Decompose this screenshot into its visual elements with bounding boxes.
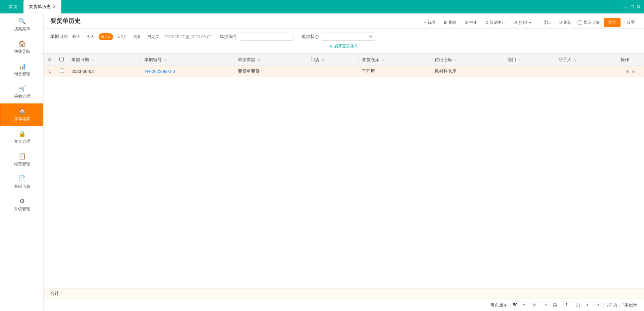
page-size-label: 每页显示 bbox=[490, 302, 508, 308]
bill-status-select[interactable] bbox=[322, 33, 375, 41]
col-department-sort-icon[interactable]: ⇅ bbox=[518, 58, 521, 62]
sidebar-item-sales-label: 销售管理 bbox=[14, 71, 30, 77]
sidebar-item-base-info[interactable]: 📄 基础信息 bbox=[0, 171, 43, 193]
row-pending-warehouse: 原材料仓库 bbox=[431, 66, 504, 77]
quick-nav-icon: 🏠 bbox=[18, 40, 26, 47]
row-index: 1 bbox=[44, 66, 56, 77]
new-button[interactable]: + 新增 bbox=[422, 18, 437, 27]
filter-row: 单据日期 昨天 今天 近7天 近1月 更多 自定义 2023-05-27 至 2… bbox=[50, 33, 637, 41]
col-checkbox bbox=[56, 54, 68, 66]
print-button[interactable]: 🖨 打印 ▼ bbox=[512, 18, 534, 27]
sidebar-item-purchase[interactable]: 🛒 采购管理 bbox=[0, 81, 43, 103]
page-label-before: 第 bbox=[553, 302, 557, 308]
settings-button[interactable]: 设置 bbox=[625, 18, 637, 27]
row-bill-no-link[interactable]: YH-20230602-0 bbox=[144, 69, 175, 74]
col-settings: ⚙ bbox=[44, 54, 56, 66]
select-all-checkbox[interactable] bbox=[59, 57, 64, 61]
pagination-bar: 每页显示 20 50 100 200 |< < 第 页 > >| 共1页，1条记… bbox=[44, 299, 644, 311]
col-pending-warehouse-sort-icon[interactable]: ⇅ bbox=[454, 58, 457, 62]
row-checkbox[interactable] bbox=[60, 69, 64, 73]
col-department-label: 部门 bbox=[507, 57, 516, 62]
table-row: 1 2023-06-02 YH-20230602-0 要货单要货 车间库 原材料… bbox=[44, 66, 644, 77]
col-date-sort-icon[interactable]: ⇅ bbox=[91, 58, 94, 62]
col-handler-sort-icon[interactable]: ⇅ bbox=[574, 58, 577, 62]
sidebar-item-system[interactable]: ⚙ 系统管理 bbox=[0, 193, 43, 216]
tab-home[interactable]: 首页 bbox=[3, 0, 23, 13]
col-handler-label: 经手人 bbox=[558, 57, 572, 62]
display-detail-checkbox[interactable] bbox=[578, 20, 582, 25]
delete-button[interactable]: 🗑 删除 bbox=[441, 18, 459, 27]
row-action-edit-icon[interactable]: ⊞ bbox=[626, 69, 630, 74]
finance-icon: 🔒 bbox=[18, 130, 26, 137]
export-button[interactable]: ↑ 导出 bbox=[538, 18, 553, 27]
col-bill-type-sort-icon[interactable]: ⇅ bbox=[258, 58, 260, 62]
sidebar-item-base-info-label: 基础信息 bbox=[14, 184, 30, 189]
inventory-icon: 🏠 bbox=[18, 107, 26, 115]
col-pending-warehouse: 待出仓库 ⇅ bbox=[431, 54, 504, 66]
page-size-select[interactable]: 20 50 100 200 bbox=[511, 302, 527, 308]
window-close[interactable]: ✕ bbox=[636, 4, 641, 10]
table-settings-icon[interactable]: ⚙ bbox=[47, 57, 52, 62]
row-bill-no: YH-20230602-0 bbox=[141, 66, 234, 77]
search-menu-icon: 🔍 bbox=[18, 17, 26, 25]
row-bill-type: 要货单要货 bbox=[234, 66, 307, 77]
col-store-label: 门店 bbox=[311, 57, 319, 62]
bill-number-input[interactable] bbox=[240, 33, 293, 41]
date-shortcut-more[interactable]: 更多 bbox=[131, 33, 143, 40]
cancel-stop-button[interactable]: ⊘ 取消中止 bbox=[483, 18, 508, 27]
col-req-warehouse-sort-icon[interactable]: ⇅ bbox=[381, 58, 384, 62]
col-bill-type-label: 单据类型 bbox=[238, 57, 255, 62]
sidebar-item-operations-label: 经营管理 bbox=[14, 161, 30, 167]
export-label: ↑ 导出 bbox=[540, 20, 551, 26]
row-action-more-icon[interactable]: ⊟ bbox=[632, 69, 636, 74]
col-actions-label: 操作 bbox=[621, 57, 629, 62]
window-maximize[interactable]: □ bbox=[631, 4, 634, 9]
col-store-sort-icon[interactable]: ⇅ bbox=[322, 58, 324, 62]
sidebar-item-search-menu[interactable]: 🔍 搜索菜单 bbox=[0, 13, 43, 36]
col-bill-type: 单据类型 ⇅ bbox=[234, 54, 307, 66]
stop-button[interactable]: ⊘ 中止 bbox=[463, 18, 479, 27]
print-label: 🖨 打印 bbox=[514, 20, 527, 26]
date-range-text: 2023-05-27 至 2023-06-02 bbox=[164, 34, 211, 40]
window-minimize[interactable]: — bbox=[624, 4, 628, 9]
date-shortcut-yesterday[interactable]: 昨天 bbox=[70, 33, 83, 40]
sidebar-item-inventory-label: 库存核算 bbox=[14, 116, 30, 122]
row-checkbox-cell[interactable] bbox=[56, 66, 68, 77]
page-title: 要货单历史 bbox=[50, 17, 80, 25]
display-detail-label: 显示明细 bbox=[584, 20, 600, 26]
col-date: 单据日期 ⇅ bbox=[68, 54, 141, 66]
tab-close-icon[interactable]: ✕ bbox=[53, 4, 56, 9]
delete-label: 🗑 删除 bbox=[443, 20, 457, 26]
sidebar-item-inventory[interactable]: 🏠 库存核算 bbox=[0, 103, 43, 126]
col-store: 门店 ⇅ bbox=[307, 54, 359, 66]
display-detail-toggle[interactable]: 显示明细 bbox=[578, 20, 600, 26]
date-shortcut-today[interactable]: 今天 bbox=[85, 33, 97, 40]
bill-number-label: 单据编号 bbox=[220, 34, 237, 40]
query-button[interactable]: 查询 bbox=[604, 18, 621, 27]
col-bill-no-sort-icon[interactable]: ⇅ bbox=[164, 58, 167, 62]
date-shortcut-last1month[interactable]: 近1月 bbox=[115, 33, 129, 40]
sidebar-item-operations[interactable]: 📋 经营管理 bbox=[0, 148, 43, 171]
date-filter-group: 单据日期 昨天 今天 近7天 近1月 更多 自定义 2023-05-27 至 2… bbox=[50, 33, 212, 40]
date-shortcut-custom[interactable]: 自定义 bbox=[145, 33, 161, 40]
col-department: 部门 ⇅ bbox=[504, 54, 555, 66]
top-bar: 首页 要货单历史 ✕ — □ ✕ bbox=[0, 0, 644, 13]
expand-more-button[interactable]: ∨ 展开更多条件 bbox=[330, 43, 358, 49]
table-footer: 合计： bbox=[44, 288, 644, 299]
page-prev-button[interactable]: < bbox=[542, 302, 550, 308]
page-last-button[interactable]: >| bbox=[594, 302, 603, 308]
sidebar-item-sales[interactable]: 📊 销售管理 bbox=[0, 58, 43, 81]
col-bill-no-label: 单据编号 bbox=[144, 57, 162, 62]
date-shortcut-last7days[interactable]: 近7天 bbox=[99, 33, 113, 40]
page-first-button[interactable]: |< bbox=[530, 302, 539, 308]
main-layout: 🔍 搜索菜单 🏠 快捷导航 📊 销售管理 🛒 采购管理 🏠 库存核算 🔒 资金管… bbox=[0, 13, 644, 311]
sidebar-item-finance[interactable]: 🔒 资金管理 bbox=[0, 126, 43, 148]
refresh-button[interactable]: ↺ 刷新 bbox=[557, 18, 574, 27]
expand-label: 展开更多条件 bbox=[334, 43, 358, 49]
tab-yh-history[interactable]: 要货单历史 ✕ bbox=[23, 0, 61, 13]
sidebar-item-quick-nav[interactable]: 🏠 快捷导航 bbox=[0, 36, 43, 58]
page-number-input[interactable] bbox=[560, 302, 573, 308]
query-label: 查询 bbox=[608, 19, 616, 26]
sidebar-item-quick-nav-label: 快捷导航 bbox=[14, 49, 30, 54]
page-next-button[interactable]: > bbox=[583, 302, 591, 308]
